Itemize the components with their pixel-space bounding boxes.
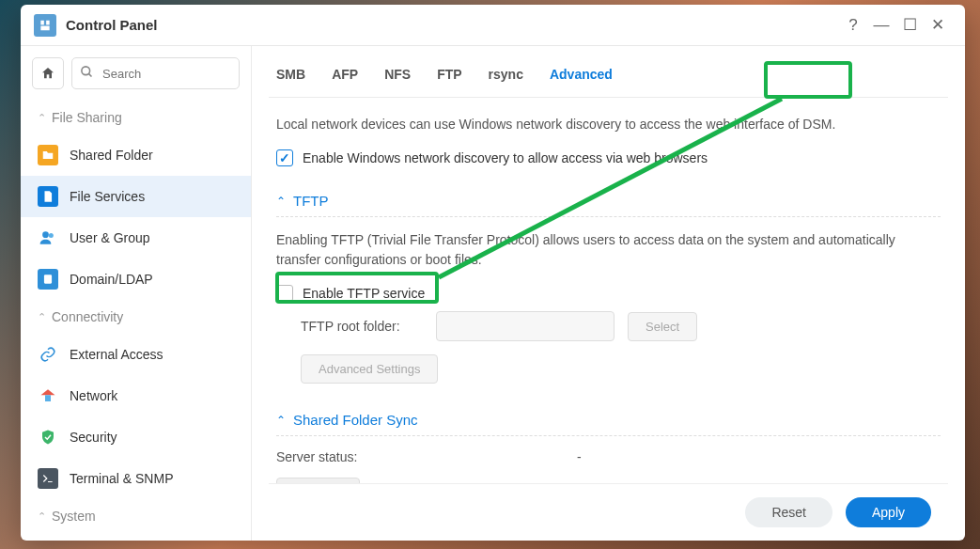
folder-icon bbox=[38, 145, 58, 165]
svg-line-4 bbox=[88, 73, 91, 76]
section-system[interactable]: ⌃ System bbox=[21, 499, 251, 533]
sidebar-item-label: User & Group bbox=[70, 230, 150, 245]
section-title: Shared Folder Sync bbox=[293, 412, 418, 428]
tftp-root-label: TFTP root folder: bbox=[301, 319, 423, 334]
svg-rect-1 bbox=[46, 20, 50, 24]
footer: Reset Apply bbox=[269, 483, 948, 541]
sidebar-item-file-services[interactable]: File Services bbox=[21, 176, 251, 217]
chevron-up-icon: ⌃ bbox=[276, 414, 286, 427]
sidebar-item-network[interactable]: Network bbox=[21, 375, 251, 416]
chevron-up-icon: ⌃ bbox=[276, 195, 286, 208]
server-status-label: Server status: bbox=[276, 449, 577, 464]
maximize-button[interactable]: ☐ bbox=[895, 11, 924, 39]
sidebar-item-user-group[interactable]: User & Group bbox=[21, 217, 251, 259]
tab-nfs[interactable]: NFS bbox=[384, 67, 411, 86]
home-icon bbox=[40, 66, 55, 81]
section-label: Connectivity bbox=[52, 309, 123, 324]
section-label: File Sharing bbox=[52, 110, 122, 125]
home-button[interactable] bbox=[32, 57, 64, 89]
sidebar: ⌃ File Sharing Shared Folder File Servic… bbox=[21, 46, 252, 541]
section-file-sharing[interactable]: ⌃ File Sharing bbox=[21, 101, 251, 134]
window-title: Control Panel bbox=[66, 17, 158, 33]
network-icon bbox=[38, 385, 58, 406]
svg-point-5 bbox=[42, 231, 49, 238]
tftp-select-button[interactable]: Select bbox=[628, 312, 697, 341]
search-icon bbox=[80, 65, 94, 82]
sidebar-item-terminal-snmp[interactable]: Terminal & SNMP bbox=[21, 458, 251, 499]
sidebar-item-label: File Services bbox=[70, 189, 145, 204]
shield-icon bbox=[38, 427, 58, 447]
sidebar-item-label: Domain/LDAP bbox=[70, 272, 153, 287]
svg-rect-2 bbox=[40, 25, 49, 30]
section-title: TFTP bbox=[293, 193, 329, 209]
sidebar-item-security[interactable]: Security bbox=[21, 416, 251, 458]
wnd-checkbox[interactable] bbox=[276, 149, 293, 166]
help-button[interactable]: ? bbox=[839, 11, 867, 39]
chevron-up-icon: ⌃ bbox=[38, 311, 46, 323]
tftp-enable-label: Enable TFTP service bbox=[303, 286, 425, 301]
server-status-value: - bbox=[577, 449, 582, 464]
apply-button[interactable]: Apply bbox=[846, 497, 931, 527]
sidebar-item-label: Terminal & SNMP bbox=[70, 471, 173, 486]
svg-rect-7 bbox=[44, 274, 52, 283]
close-button[interactable]: ✕ bbox=[924, 11, 952, 39]
tab-smb[interactable]: SMB bbox=[276, 67, 305, 86]
sidebar-item-external-access[interactable]: External Access bbox=[21, 334, 251, 375]
section-shared-folder-sync[interactable]: ⌃ Shared Folder Sync bbox=[276, 404, 941, 436]
sidebar-item-label: Network bbox=[70, 388, 117, 403]
tftp-advanced-button[interactable]: Advanced Settings bbox=[301, 354, 438, 384]
tab-bar: SMB AFP NFS FTP rsync Advanced bbox=[269, 46, 948, 98]
svg-rect-0 bbox=[40, 20, 44, 24]
svg-point-6 bbox=[49, 233, 54, 238]
search-input[interactable] bbox=[71, 57, 240, 89]
app-icon bbox=[34, 14, 56, 37]
tab-ftp[interactable]: FTP bbox=[437, 67, 461, 86]
sidebar-item-shared-folder[interactable]: Shared Folder bbox=[21, 134, 251, 176]
reset-button[interactable]: Reset bbox=[745, 497, 832, 527]
section-tftp[interactable]: ⌃ TFTP bbox=[276, 185, 941, 217]
link-icon bbox=[38, 344, 58, 365]
sidebar-item-domain-ldap[interactable]: Domain/LDAP bbox=[21, 259, 251, 300]
svg-rect-8 bbox=[45, 395, 51, 401]
sidebar-item-label: External Access bbox=[70, 347, 163, 362]
users-icon bbox=[38, 227, 58, 248]
svg-point-3 bbox=[82, 67, 90, 75]
wnd-description: Local network devices can use Windows ne… bbox=[276, 115, 941, 134]
tftp-root-input[interactable] bbox=[436, 311, 614, 341]
domain-icon bbox=[38, 269, 58, 290]
titlebar: Control Panel ? — ☐ ✕ bbox=[21, 5, 965, 46]
content-pane: SMB AFP NFS FTP rsync Advanced Local net… bbox=[252, 46, 965, 541]
sidebar-item-label: Security bbox=[70, 430, 117, 445]
section-label: System bbox=[52, 509, 96, 524]
terminal-icon bbox=[38, 468, 58, 489]
file-icon bbox=[38, 186, 58, 207]
minimize-button[interactable]: — bbox=[867, 11, 895, 39]
tab-advanced[interactable]: Advanced bbox=[550, 67, 613, 86]
chevron-up-icon: ⌃ bbox=[38, 112, 46, 124]
tftp-enable-checkbox[interactable] bbox=[276, 285, 293, 302]
tab-afp[interactable]: AFP bbox=[332, 67, 358, 86]
chevron-up-icon: ⌃ bbox=[38, 510, 46, 523]
section-connectivity[interactable]: ⌃ Connectivity bbox=[21, 300, 251, 334]
control-panel-window: Control Panel ? — ☐ ✕ ⌃ File Sharing bbox=[21, 5, 965, 541]
tab-rsync[interactable]: rsync bbox=[489, 67, 523, 86]
sidebar-item-label: Shared Folder bbox=[70, 148, 153, 163]
wnd-checkbox-label: Enable Windows network discovery to allo… bbox=[303, 150, 708, 165]
tftp-description: Enabling TFTP (Trivial File Transfer Pro… bbox=[276, 230, 941, 270]
